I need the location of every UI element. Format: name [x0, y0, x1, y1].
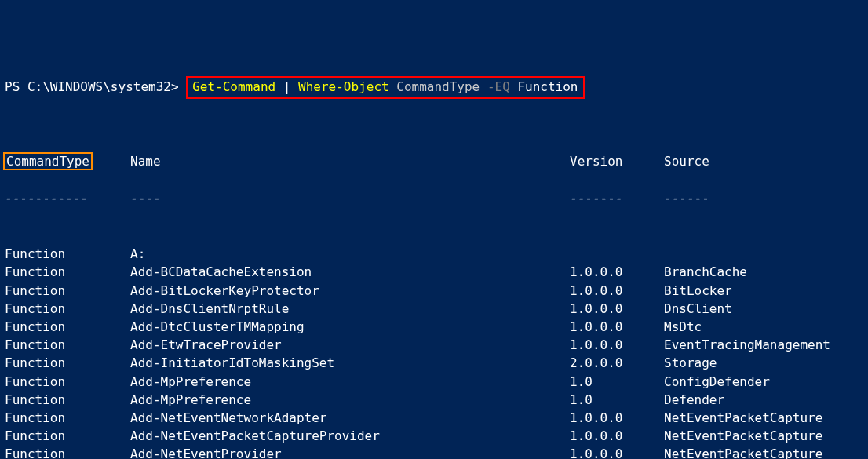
cell-commandtype: Function [5, 318, 130, 336]
cell-commandtype: Function [5, 373, 130, 391]
cell-source: NetEventPacketCapture [664, 445, 822, 459]
cell-commandtype: Function [5, 336, 130, 354]
cmdlet-get-command: Get-Command [192, 79, 275, 94]
table-row: FunctionA: [5, 245, 863, 263]
operator-eq: -EQ [487, 79, 510, 94]
cell-source: Storage [664, 354, 717, 372]
cell-source: ConfigDefender [664, 373, 770, 391]
table-body: FunctionA:FunctionAdd-BCDataCacheExtensi… [5, 245, 863, 459]
divider-source: ------ [664, 189, 709, 207]
cell-commandtype: Function [5, 263, 130, 281]
cell-source: NetEventPacketCapture [664, 409, 822, 427]
table-row: FunctionAdd-NetEventProvider1.0.0.0NetEv… [5, 445, 863, 459]
cell-commandtype: Function [5, 300, 130, 318]
prompt-prefix: PS C:\WINDOWS\system32> [5, 79, 186, 94]
table-row: FunctionAdd-NetEventNetworkAdapter1.0.0.… [5, 409, 863, 427]
cell-source: BitLocker [664, 282, 732, 300]
table-row: FunctionAdd-MpPreference1.0Defender [5, 391, 863, 409]
table-row: FunctionAdd-EtwTraceProvider1.0.0.0Event… [5, 336, 863, 354]
command-highlight-box: Get-Command | Where-Object CommandType -… [186, 76, 584, 99]
cell-name: A: [130, 245, 570, 263]
cell-version: 1.0.0.0 [570, 282, 664, 300]
cell-version: 1.0.0.0 [570, 336, 664, 354]
cell-name: Add-MpPreference [130, 373, 570, 391]
cmdlet-where-object: Where-Object [298, 79, 389, 94]
cell-commandtype: Function [5, 391, 130, 409]
cell-version: 1.0 [570, 391, 664, 409]
header-source: Source [664, 152, 709, 170]
header-commandtype-highlight: CommandType [3, 152, 93, 170]
cell-version: 1.0.0.0 [570, 409, 664, 427]
header-name: Name [130, 152, 570, 170]
table-row: FunctionAdd-MpPreference1.0ConfigDefende… [5, 373, 863, 391]
divider-commandtype: ----------- [5, 189, 130, 207]
cell-version: 1.0.0.0 [570, 318, 664, 336]
cell-name: Add-BCDataCacheExtension [130, 263, 570, 281]
header-version: Version [570, 152, 664, 170]
cell-version: 1.0.0.0 [570, 300, 664, 318]
table-divider-row: ---------------------------- [5, 189, 863, 207]
cell-name: Add-NetEventPacketCaptureProvider [130, 427, 570, 445]
cell-commandtype: Function [5, 427, 130, 445]
cell-source: DnsClient [664, 300, 732, 318]
cell-commandtype: Function [5, 409, 130, 427]
cell-commandtype: Function [5, 354, 130, 372]
cell-name: Add-InitiatorIdToMaskingSet [130, 354, 570, 372]
table-row: FunctionAdd-DnsClientNrptRule1.0.0.0DnsC… [5, 300, 863, 318]
table-row: FunctionAdd-DtcClusterTMMapping1.0.0.0Ms… [5, 318, 863, 336]
cell-source: Defender [664, 391, 724, 409]
cell-version: 1.0.0.0 [570, 445, 664, 459]
table-row: FunctionAdd-BitLockerKeyProtector1.0.0.0… [5, 282, 863, 300]
param-commandtype: CommandType [389, 79, 487, 94]
cell-source: BranchCache [664, 263, 747, 281]
divider-name: ---- [130, 189, 570, 207]
cell-version: 1.0.0.0 [570, 427, 664, 445]
command-line[interactable]: PS C:\WINDOWS\system32> Get-Command | Wh… [5, 76, 863, 99]
cell-version: 2.0.0.0 [570, 354, 664, 372]
table-row: FunctionAdd-BCDataCacheExtension1.0.0.0B… [5, 263, 863, 281]
cell-source: EventTracingManagement [664, 336, 830, 354]
value-function: Function [510, 79, 578, 94]
cell-name: Add-BitLockerKeyProtector [130, 282, 570, 300]
cell-source: MsDtc [664, 318, 702, 336]
cell-name: Add-EtwTraceProvider [130, 336, 570, 354]
cell-version: 1.0.0.0 [570, 263, 664, 281]
cell-source: NetEventPacketCapture [664, 427, 822, 445]
cell-commandtype: Function [5, 282, 130, 300]
cell-commandtype: Function [5, 445, 130, 459]
cell-name: Add-MpPreference [130, 391, 570, 409]
table-header-row: CommandTypeNameVersionSource [5, 152, 863, 170]
cell-commandtype: Function [5, 245, 130, 263]
cell-version: 1.0 [570, 373, 664, 391]
cell-name: Add-DnsClientNrptRule [130, 300, 570, 318]
table-row: FunctionAdd-InitiatorIdToMaskingSet2.0.0… [5, 354, 863, 372]
divider-version: ------- [570, 189, 664, 207]
cell-name: Add-DtcClusterTMMapping [130, 318, 570, 336]
cell-name: Add-NetEventNetworkAdapter [130, 409, 570, 427]
pipe-operator: | [275, 79, 298, 94]
cell-name: Add-NetEventProvider [130, 445, 570, 459]
table-row: FunctionAdd-NetEventPacketCaptureProvide… [5, 427, 863, 445]
